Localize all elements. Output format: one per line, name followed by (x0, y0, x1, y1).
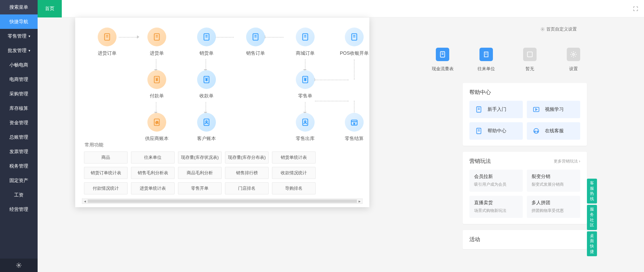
sidebar-search[interactable]: 搜索菜单 (0, 0, 38, 14)
common-进货单统计表[interactable]: 进货单统计表 (131, 182, 175, 194)
sidebar-item-label: 工资 (14, 192, 24, 198)
sidebar-item-库存核算[interactable]: 库存核算 (0, 101, 38, 116)
flow-付款单[interactable]: 付款单 (142, 70, 172, 99)
common-functions-title: 常用功能 (85, 142, 363, 148)
custom-settings-link[interactable]: 首页自定义设置 (540, 26, 577, 32)
flow-icon (296, 113, 315, 132)
common-往来单位[interactable]: 往来单位 (131, 151, 175, 164)
common-付款情况统计[interactable]: 付款情况统计 (84, 182, 128, 194)
flow-label: 销货单 (199, 50, 214, 56)
sidebar-item-零售管理[interactable]: 零售管理▾ (0, 29, 38, 43)
common-现存量(库存状况表)[interactable]: 现存量(库存状况表) (178, 151, 222, 164)
flow-销售订单[interactable]: 销售订单 (240, 28, 271, 56)
help-label: 帮助中心 (488, 128, 506, 134)
scroll-right-button[interactable]: ► (357, 199, 362, 203)
sidebar-item-资金管理[interactable]: 资金管理 (0, 116, 38, 130)
sidebar-item-电商管理[interactable]: 电商管理 (0, 72, 38, 87)
common-销售排行榜[interactable]: 销售排行榜 (225, 167, 269, 179)
flow-零售结算[interactable]: 零售结算 (339, 113, 369, 142)
promo-card: 营销玩法 更多营销玩法 › 会员拉新吸引用户成为会员裂变分销裂变式发展分销商直播… (463, 152, 587, 224)
sidebar-item-工资[interactable]: 工资 (0, 188, 38, 202)
flow-icon (345, 28, 364, 46)
tab-home[interactable]: 首页 (38, 0, 62, 17)
common-现存量(库存分布表)[interactable]: 现存量(库存分布表) (225, 151, 269, 164)
common-零售开单[interactable]: 零售开单 (178, 182, 222, 194)
help-新手入门[interactable]: 新手入门 (469, 101, 523, 118)
promo-item-title: 直播卖货 (474, 200, 518, 206)
flow-icon (197, 28, 216, 46)
common-门店排名[interactable]: 门店排名 (225, 182, 269, 194)
scroll-thumb[interactable] (88, 199, 357, 203)
sidebar-item-总账管理[interactable]: 总账管理 (0, 130, 38, 144)
sidebar-item-label: 小畅电商 (9, 62, 28, 68)
flow-收款单[interactable]: 收款单 (191, 70, 222, 99)
sidebar-item-label: 快捷导航 (9, 19, 28, 25)
common-销售毛利分析表[interactable]: 销售毛利分析表 (131, 167, 175, 179)
settings-icon (567, 48, 580, 61)
flow-进货单[interactable]: 进货单 (142, 28, 172, 56)
flow-零售出库[interactable]: 零售出库 (290, 113, 320, 142)
flow-icon (296, 28, 315, 46)
flow-POS收银开单[interactable]: POS收银开单 (339, 28, 369, 56)
sidebar-item-label: 库存核算 (9, 105, 28, 111)
quick-cashflow[interactable]: 现金流量表 (429, 48, 456, 72)
sidebar-item-小畅电商[interactable]: 小畅电商 (0, 58, 38, 72)
flow-label: 销售订单 (246, 50, 265, 56)
common-销货单统计表[interactable]: 销货单统计表 (272, 151, 316, 164)
flow-label: POS收银开单 (340, 50, 369, 56)
flow-icon (147, 28, 166, 46)
scroll-left-button[interactable]: ◄ (82, 199, 88, 203)
cashflow-icon (436, 48, 449, 61)
promo-裂变分销[interactable]: 裂变分销裂变式发展分销商 (527, 170, 580, 192)
flow-label: 进货单 (150, 50, 164, 56)
promo-title: 营销玩法 (469, 158, 491, 165)
sidebar-item-label: 零售管理 (8, 33, 27, 39)
floater-服务社区[interactable]: 服务社区 (587, 205, 597, 230)
flow-供应商账本[interactable]: 供应商账本 (142, 113, 172, 142)
flow-icon (296, 70, 315, 89)
sidebar-item-采购管理[interactable]: 采购管理 (0, 87, 38, 101)
sidebar-item-批发管理[interactable]: 批发管理▾ (0, 43, 38, 58)
flow-零售单[interactable]: 零售单 (290, 70, 320, 99)
promo-直播卖货[interactable]: 直播卖货场景式购物新玩法 (469, 196, 523, 218)
sidebar-item-税务管理[interactable]: 税务管理 (0, 159, 38, 173)
flow-商城订单[interactable]: 商城订单 (290, 28, 320, 56)
chevron-down-icon: ▾ (29, 34, 30, 38)
sidebar-item-快捷导航[interactable]: 快捷导航 (0, 14, 38, 29)
common-收款情况统计[interactable]: 收款情况统计 (272, 167, 316, 179)
help-在线客服[interactable]: 在线客服 (527, 122, 580, 140)
help-帮助中心[interactable]: 帮助中心 (469, 122, 523, 140)
flow-销货单[interactable]: 销货单 (191, 28, 222, 56)
common-商品[interactable]: 商品 (84, 151, 128, 164)
common-导购排名[interactable]: 导购排名 (272, 182, 316, 194)
sidebar-settings[interactable] (0, 259, 38, 272)
quick-settings[interactable]: 设置 (560, 48, 587, 72)
flyout-scrollbar[interactable]: ◄ ► (82, 198, 363, 204)
sidebar-item-固定资产[interactable]: 固定资产 (0, 173, 38, 188)
help-label: 视频学习 (545, 106, 564, 112)
sidebar-item-发票管理[interactable]: 发票管理 (0, 144, 38, 159)
flow-label: 零售单 (298, 93, 312, 99)
help-视频学习[interactable]: 视频学习 (527, 101, 580, 118)
promo-item-title: 裂变分销 (532, 174, 576, 180)
flow-label: 进货订单 (98, 50, 117, 56)
promo-item-sub: 场景式购物新玩法 (474, 208, 518, 214)
promo-会员拉新[interactable]: 会员拉新吸引用户成为会员 (469, 170, 523, 192)
flow-icon (345, 113, 364, 132)
quick-contacts[interactable]: 往来单位 (473, 48, 500, 72)
floater-客服热线[interactable]: 客服热线 (587, 179, 597, 203)
fullscreen-button[interactable] (631, 4, 641, 14)
quick-none[interactable]: 暂无 (516, 48, 543, 72)
promo-more[interactable]: 更多营销玩法 › (554, 158, 580, 164)
floater-桌面快捷[interactable]: 桌面快捷 (587, 231, 597, 256)
common-销货订单统计表[interactable]: 销货订单统计表 (84, 167, 128, 179)
promo-item-sub: 裂变式发展分销商 (532, 182, 576, 187)
flow-icon (98, 28, 117, 46)
flow-进货订单[interactable]: 进货订单 (92, 28, 122, 56)
flow-label: 供应商账本 (145, 136, 169, 142)
common-商品毛利分析[interactable]: 商品毛利分析 (178, 167, 222, 179)
sidebar-item-经营管理[interactable]: 经营管理 (0, 202, 38, 217)
promo-多人拼团[interactable]: 多人拼团拼团购物享受优惠 (527, 196, 580, 218)
quicknav-flyout: 进货订单进货单销货单销售订单商城订单POS收银开单付款单收款单零售单供应商账本客… (75, 17, 369, 207)
flow-客户账本[interactable]: 客户账本 (191, 113, 222, 142)
